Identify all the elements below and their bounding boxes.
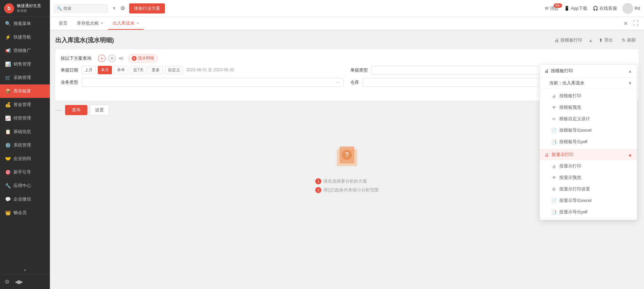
dropdown-scroll: 🖨 按模板打印 ▲ 当前：出入库流水 ▼ 🖨 按模板 — [540, 64, 637, 220]
scheme-collapse-btn[interactable]: ≪ — [118, 55, 124, 61]
dropdown-item-display-export-pdf[interactable]: 📑 按显示导出pdf — [547, 206, 637, 218]
tab-expand-btn[interactable]: ⛶ — [632, 20, 640, 27]
template-export-pdf-label: 按模板导出pdf — [559, 139, 587, 145]
header-chevron-icon[interactable]: ▲ — [588, 38, 593, 43]
tab-batch-account[interactable]: 库存批次账 × — [72, 18, 108, 30]
search-input[interactable] — [63, 6, 105, 11]
more-btn[interactable]: 更多 — [149, 66, 163, 74]
tab-home[interactable]: 首页 — [54, 18, 72, 30]
active-filter-tag[interactable]: ● 流水明细 — [128, 54, 158, 62]
print-icon: 🖨 — [554, 37, 559, 43]
toolbar-more-icon[interactable]: ··· — [55, 107, 62, 114]
sidebar: b 畅捷通好生意 标准版 🔍 搜索菜单 ⚡ 快捷导航 📢 营销推广 📊 — [0, 0, 50, 289]
sidebar-item-label: 畅会员 — [13, 210, 27, 216]
refresh-btn[interactable]: ↻ 刷新 — [619, 36, 639, 45]
add-scheme-btn[interactable]: + — [98, 55, 106, 62]
tab-flow-label: 出入库流水 — [113, 20, 135, 26]
topbar-chevron-icon[interactable]: ▼ — [112, 6, 116, 11]
display-print-icon: 🖨 — [551, 163, 557, 169]
template-print-label: 按模板打印 — [559, 93, 581, 99]
settings-bottom-icon[interactable]: ⚙ — [5, 279, 9, 285]
sidebar-item-operations[interactable]: 📈 经营管理 — [0, 111, 50, 125]
sidebar-scroll-down[interactable]: ▼ — [0, 266, 50, 274]
display-export-pdf-label: 按显示导出pdf — [559, 209, 587, 215]
custom-btn[interactable]: 自定义 — [165, 66, 183, 74]
sidebar-item-guide[interactable]: 🎯 新手引导 — [0, 165, 50, 179]
sidebar-item-wechat[interactable]: 💬 企业微信 — [0, 192, 50, 206]
dropdown-item-template-preview[interactable]: 👁 按模板预览 — [547, 102, 637, 113]
search-icon: 🔍 — [5, 21, 11, 27]
dropdown-item-display-print[interactable]: 🖨 按显示打印 — [547, 160, 637, 172]
headset-icon: 🎧 — [593, 6, 598, 11]
biz-type-select[interactable]: ··· — [82, 78, 344, 87]
sales-icon: 📊 — [5, 61, 11, 67]
dropdown-item-template-export-pdf[interactable]: 📑 按模板导出pdf — [547, 136, 637, 148]
template-preview-icon: 👁 — [551, 105, 557, 110]
search-row-1: 按以下方案查询 + ⚙ ≪ ● 流水明细 — [61, 54, 633, 62]
page-header: 出入库流水(流水明细) 🖨 按模板打印 ▲ ⬆ 导出 ↻ 刷新 — [55, 36, 639, 45]
filter-icon: ● — [132, 56, 137, 61]
user-avatar-wrap[interactable]: Rit — [622, 3, 640, 14]
template-preview-label: 按模板预览 — [559, 104, 581, 110]
settings-btn[interactable]: 设置 — [90, 105, 109, 115]
tab-flow[interactable]: 出入库流水 × — [108, 18, 144, 30]
query-btn[interactable]: 查询 — [65, 105, 87, 115]
sidebar-item-label: 搜索菜单 — [13, 21, 31, 27]
tip-num-2: 2 — [315, 187, 321, 193]
sidebar-item-marketing[interactable]: 📢 营销推广 — [0, 44, 50, 57]
display-preview-icon: 👁 — [551, 175, 557, 180]
sidebar-item-sales[interactable]: 📊 销售管理 — [0, 57, 50, 71]
sidebar-item-label: 应用中心 — [13, 183, 31, 189]
sidebar-item-member[interactable]: 👑 畅会员 — [0, 206, 50, 219]
sidebar-item-inventory[interactable]: 📦 库存核算 — [0, 84, 50, 98]
brand-name: 畅捷通好生意 — [17, 3, 41, 9]
page-title: 出入库流水(流水明细) — [55, 36, 114, 44]
sidebar-item-purchase[interactable]: 🛒 采购管理 — [0, 71, 50, 84]
display-section-chevron[interactable]: ▲ — [628, 152, 632, 157]
app-download-btn[interactable]: 📱 App下载 — [564, 5, 587, 11]
dropdown-item-display-export-excel[interactable]: 📄 按显示导出excel — [547, 195, 637, 206]
sidebar-item-enterprise[interactable]: 🤝 企业协同 — [0, 152, 50, 165]
dropdown-item-template-export-excel[interactable]: 📄 按模板导出excel — [547, 125, 637, 136]
topbar-gear-icon[interactable]: ⚙ — [120, 5, 125, 11]
sidebar-item-system[interactable]: ⚙️ 系统管理 — [0, 138, 50, 152]
brand-badge: 标准版 — [17, 8, 41, 13]
industry-btn[interactable]: 体验行业方案 — [129, 3, 165, 14]
dropdown-item-display-preview[interactable]: 👁 按显示预览 — [547, 172, 637, 183]
sidebar-item-basic-info[interactable]: 📋 基础信息 — [0, 125, 50, 138]
sidebar-item-finance[interactable]: 💰 资金管理 — [0, 98, 50, 111]
scheme-settings-btn[interactable]: ⚙ — [108, 55, 116, 62]
current-month-btn[interactable]: 本月 — [98, 66, 112, 74]
dropdown-current-item[interactable]: 当前：出入库流水 ▼ — [540, 78, 637, 89]
refresh-icon: ↻ — [622, 37, 626, 43]
dropdown-item-template-custom[interactable]: ✏ 模板自定义设计 — [547, 113, 637, 125]
empty-tip-2: 2 用[过滤]条件来缩小分析范围 — [315, 187, 378, 193]
sidebar-item-label: 销售管理 — [13, 61, 31, 67]
dropdown-item-display-settings[interactable]: ⚙ 按显示打印设置 — [547, 183, 637, 195]
warehouse-label: 仓库 — [350, 79, 359, 85]
current-year-btn[interactable]: 本年 — [114, 66, 128, 74]
dropdown-display-section[interactable]: 🖨 按显示打印 ▲ — [540, 149, 637, 160]
dropdown-footer[interactable]: ⚙ 设置默认功能 ▼ — [540, 218, 637, 220]
dropdown-item-template-print[interactable]: 🖨 按模板打印 — [547, 90, 637, 102]
online-service-btn[interactable]: 🎧 在线客服 — [593, 5, 617, 11]
collapse-icon[interactable]: ◀▶ — [15, 279, 23, 285]
sidebar-item-label: 新手引导 — [13, 169, 31, 175]
print-btn[interactable]: 🖨 按模板打印 — [552, 36, 585, 45]
message-btn[interactable]: ✉ 消息 99+ — [545, 5, 559, 11]
tab-flow-close[interactable]: × — [137, 21, 139, 26]
sidebar-item-search[interactable]: 🔍 搜索菜单 — [0, 17, 50, 30]
sidebar-item-quick-nav[interactable]: ⚡ 快捷导航 — [0, 30, 50, 44]
system-icon: ⚙️ — [5, 142, 11, 148]
template-custom-label: 模板自定义设计 — [559, 116, 590, 122]
export-btn[interactable]: ⬆ 导出 — [596, 36, 616, 45]
tab-batch-account-close[interactable]: × — [101, 21, 103, 26]
biz-type-more-icon[interactable]: ··· — [336, 80, 340, 85]
sidebar-item-label: 库存核算 — [13, 88, 31, 94]
dropdown-header-chevron[interactable]: ▲ — [628, 69, 632, 74]
sidebar-item-app-center[interactable]: 🔧 应用中心 — [0, 179, 50, 192]
topbar-search-box[interactable]: 🔍 — [54, 4, 108, 12]
prev-month-btn[interactable]: 上月 — [82, 66, 96, 74]
last7-btn[interactable]: 近7天 — [130, 66, 147, 74]
tab-close-window-btn[interactable]: ✕ — [622, 20, 629, 27]
